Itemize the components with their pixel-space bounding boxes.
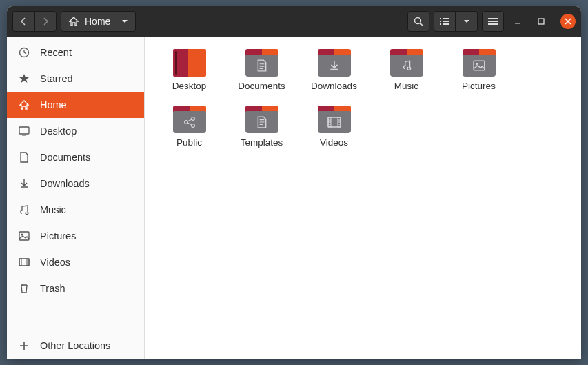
sidebar-item-other-locations[interactable]: Other Locations <box>7 333 144 359</box>
folder-icon <box>463 49 496 77</box>
sidebar-item-label: Pictures <box>40 230 76 241</box>
file-item-music[interactable]: Music <box>370 49 443 100</box>
folder-icon <box>318 49 351 77</box>
svg-point-0 <box>414 17 420 23</box>
video-icon <box>18 256 30 268</box>
sidebar-item-music[interactable]: Music <box>7 197 144 223</box>
sidebar-item-downloads[interactable]: Downloads <box>7 170 144 197</box>
list-view-button[interactable] <box>434 11 456 32</box>
svg-point-17 <box>21 234 23 236</box>
svg-rect-16 <box>19 232 29 240</box>
folder-icon <box>390 49 423 77</box>
menu-button[interactable] <box>482 11 504 32</box>
list-icon <box>440 17 449 26</box>
file-item-label: Documents <box>238 81 285 91</box>
file-manager-window: Home R <box>7 6 581 359</box>
sidebar-item-label: Videos <box>40 257 70 268</box>
svg-point-24 <box>191 117 194 121</box>
download-icon <box>18 177 30 190</box>
sidebar-item-videos[interactable]: Videos <box>7 249 144 275</box>
svg-rect-5 <box>443 21 449 22</box>
sidebar-item-trash[interactable]: Trash <box>7 275 144 302</box>
svg-rect-3 <box>443 18 449 19</box>
sidebar-item-label: Documents <box>40 152 90 163</box>
sidebar-item-label: Music <box>40 204 66 215</box>
sidebar-item-desktop[interactable]: Desktop <box>7 118 144 144</box>
plus-icon <box>18 339 30 352</box>
chevron-down-icon <box>463 19 470 24</box>
nav-buttons <box>12 11 57 32</box>
svg-rect-6 <box>440 23 441 25</box>
file-item-label: Pictures <box>462 81 496 91</box>
file-item-label: Music <box>394 81 418 91</box>
file-item-label: Downloads <box>311 81 357 91</box>
sidebar-item-home[interactable]: Home <box>7 92 144 118</box>
svg-rect-19 <box>19 259 21 266</box>
svg-rect-14 <box>19 127 29 134</box>
svg-rect-12 <box>538 19 544 24</box>
svg-rect-20 <box>27 259 29 266</box>
file-item-label: Videos <box>320 137 348 148</box>
close-icon <box>565 18 571 25</box>
sidebar-item-label: Trash <box>40 283 65 294</box>
file-item-pictures[interactable]: Pictures <box>443 49 515 100</box>
svg-rect-18 <box>19 259 29 266</box>
sidebar-item-starred[interactable]: Starred <box>7 66 144 92</box>
hamburger-icon <box>488 17 498 26</box>
folder-icon <box>245 49 278 77</box>
forward-button[interactable] <box>34 11 57 32</box>
file-item-documents[interactable]: Documents <box>225 49 298 100</box>
music-icon <box>18 204 30 216</box>
picture-icon <box>18 230 30 242</box>
view-buttons <box>434 11 478 32</box>
close-button[interactable] <box>560 14 576 29</box>
svg-point-22 <box>476 63 478 65</box>
sidebar-item-label: Home <box>40 99 67 110</box>
maximize-button[interactable] <box>531 12 551 31</box>
chevron-right-icon <box>42 17 49 26</box>
chevron-left-icon <box>20 17 27 26</box>
svg-rect-11 <box>515 23 520 24</box>
file-item-videos[interactable]: Videos <box>298 106 370 157</box>
back-button[interactable] <box>12 11 34 32</box>
path-bar[interactable]: Home <box>61 11 136 32</box>
sidebar-item-label: Starred <box>40 73 73 84</box>
sidebar-item-pictures[interactable]: Pictures <box>7 223 144 249</box>
svg-rect-8 <box>488 18 498 19</box>
desktop-folder-icon <box>173 49 206 77</box>
star-icon <box>18 72 30 85</box>
svg-point-25 <box>191 124 194 128</box>
search-icon <box>414 17 424 27</box>
sidebar-item-recent[interactable]: Recent <box>7 39 144 66</box>
svg-point-23 <box>184 121 187 124</box>
document-icon <box>18 151 30 164</box>
folder-icon <box>245 106 278 133</box>
home-icon <box>68 16 79 27</box>
file-item-templates[interactable]: Templates <box>225 106 298 157</box>
svg-rect-7 <box>443 23 449 25</box>
folder-icon <box>318 106 351 133</box>
svg-rect-2 <box>440 18 441 19</box>
headerbar: Home <box>7 6 581 37</box>
view-dropdown-button[interactable] <box>456 11 478 32</box>
sidebar-item-documents[interactable]: Documents <box>7 144 144 170</box>
svg-rect-9 <box>488 21 498 22</box>
file-item-downloads[interactable]: Downloads <box>298 49 370 100</box>
file-item-label: Desktop <box>172 81 207 91</box>
sidebar-item-label: Desktop <box>40 126 77 137</box>
sidebar-item-label: Recent <box>40 47 72 58</box>
clock-icon <box>18 46 30 59</box>
search-button[interactable] <box>407 11 429 32</box>
file-item-public[interactable]: Public <box>153 106 225 157</box>
minimize-button[interactable] <box>508 12 527 31</box>
sidebar-item-label: Downloads <box>40 178 90 189</box>
desktop-icon <box>18 125 30 137</box>
svg-rect-15 <box>22 135 26 136</box>
content-pane[interactable]: Desktop Documents Downloads Music Pictur… <box>145 37 581 359</box>
file-item-desktop[interactable]: Desktop <box>153 49 225 100</box>
sidebar: Recent Starred Home Desktop Documents Do… <box>7 37 145 359</box>
minimize-icon <box>514 18 521 25</box>
file-item-label: Templates <box>241 137 283 148</box>
window-body: Recent Starred Home Desktop Documents Do… <box>7 37 581 359</box>
dropdown-icon <box>121 19 128 24</box>
